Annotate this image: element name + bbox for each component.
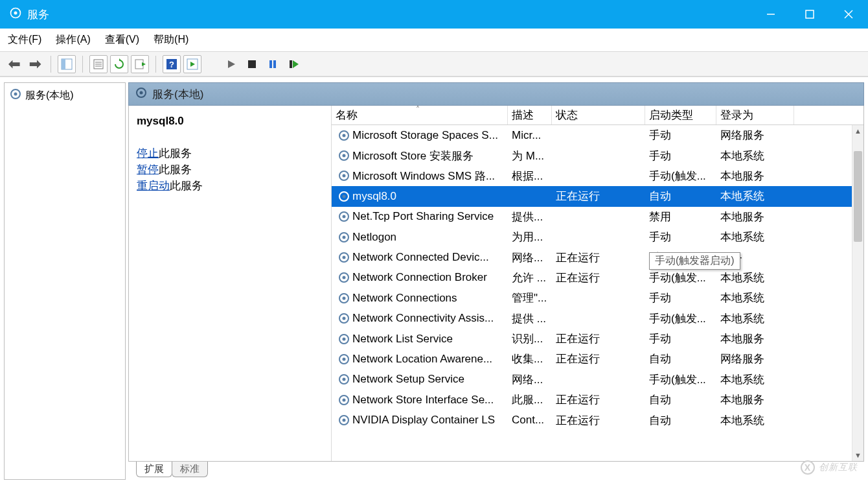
service-row[interactable]: Network Setup Service网络...手动(触发...本地系统 (332, 370, 852, 390)
service-row[interactable]: Network Connection Broker允许 ...正在运行手动(触发… (332, 268, 852, 288)
service-desc: Micr... (508, 129, 552, 142)
content-area: 服务(本地) 服务(本地) mysql8.0 停止此服务 暂停此服务 重启动此服… (0, 77, 868, 485)
stop-link[interactable]: 停止 (137, 147, 159, 160)
service-desc: 提供 ... (508, 311, 552, 326)
minimize-button[interactable] (751, 0, 790, 29)
gear-icon (336, 211, 350, 222)
service-row[interactable]: Network Connections管理"...手动本地系统 (332, 288, 852, 308)
service-desc: 网络... (508, 372, 552, 387)
restart-service-button[interactable] (284, 55, 303, 73)
svg-rect-7 (62, 59, 65, 69)
tree-node-label: 服务(本地) (25, 89, 74, 102)
scroll-thumb[interactable] (854, 151, 862, 242)
tab-extended[interactable]: 扩展 (136, 462, 172, 477)
service-name: Network Connection Broker (352, 271, 487, 284)
menu-action[interactable]: 操作(A) (56, 33, 90, 47)
watermark-text: 创新互联 (819, 462, 858, 473)
service-logon: 本地系统 (716, 270, 794, 285)
show-hide-tree-button[interactable] (58, 55, 76, 73)
back-button[interactable]: ⬅ (5, 55, 23, 73)
service-row[interactable]: NVIDIA Display Container LSCont...正在运行自动… (332, 410, 852, 430)
service-name: Network Connected Devic... (352, 251, 489, 264)
service-row[interactable]: Microsoft Store 安装服务为 M...手动本地系统 (332, 145, 852, 165)
restart-suffix: 此服务 (170, 180, 203, 192)
refresh-button[interactable] (110, 55, 128, 73)
pause-suffix: 此服务 (159, 163, 192, 176)
scroll-down-icon[interactable]: ▼ (852, 449, 863, 461)
service-row[interactable]: Net.Tcp Port Sharing Service提供...禁用本地服务 (332, 207, 852, 227)
service-desc: 管理"... (508, 290, 552, 305)
vertical-scrollbar[interactable]: ▲ ▼ (852, 125, 863, 461)
forward-button[interactable]: ➡ (26, 55, 44, 73)
restart-link[interactable]: 重启动 (137, 180, 170, 192)
service-desc: 网络... (508, 250, 552, 265)
col-header-desc[interactable]: 描述 (508, 106, 552, 124)
tab-standard[interactable]: 标准 (172, 462, 208, 477)
service-row[interactable]: Network Location Awarene...收集...正在运行自动网络… (332, 349, 852, 369)
pause-service-button[interactable] (264, 55, 282, 73)
service-logon: 本地服务 (716, 169, 794, 183)
stop-service-button[interactable] (243, 55, 261, 73)
service-startup: 手动 (645, 148, 716, 163)
svg-rect-21 (269, 60, 272, 68)
svg-point-58 (343, 419, 346, 422)
close-button[interactable] (829, 0, 868, 29)
export-list-button[interactable] (131, 55, 149, 73)
service-logon: 本地服务 (716, 392, 794, 407)
svg-point-42 (343, 256, 346, 259)
svg-rect-23 (290, 60, 292, 68)
services-list[interactable]: ˄ 名称 描述 状态 启动类型 登录为 Microsoft Storage Sp… (331, 106, 863, 461)
service-row[interactable]: Network List Service识别...正在运行手动本地服务 (332, 329, 852, 349)
detail-pane-header-text: 服务(本地) (152, 87, 203, 102)
col-header-name[interactable]: 名称 (332, 106, 508, 124)
service-desc: Cont... (508, 414, 552, 427)
service-desc: 为 M... (508, 148, 552, 163)
properties-button[interactable] (89, 55, 108, 73)
menu-help[interactable]: 帮助(H) (154, 33, 188, 47)
service-logon: 网络服务 (716, 351, 794, 366)
service-row[interactable]: Network Store Interface Se...此服...正在运行自动… (332, 390, 852, 410)
service-row[interactable]: Network Connectivity Assis...提供 ...手动(触发… (332, 309, 852, 329)
service-row[interactable]: Netlogon为用...手动本地系统 (332, 227, 852, 247)
service-name: Network Store Interface Se... (352, 394, 494, 407)
gear-icon (336, 313, 350, 324)
menu-view[interactable]: 查看(V) (105, 33, 139, 47)
maximize-button[interactable] (790, 0, 829, 29)
list-header[interactable]: ˄ 名称 描述 状态 启动类型 登录为 (332, 106, 863, 125)
show-action-pane-button[interactable] (183, 55, 201, 73)
selected-service-name: mysql8.0 (137, 115, 323, 128)
svg-point-44 (343, 276, 346, 279)
service-name: mysql8.0 (352, 190, 396, 203)
svg-marker-24 (293, 60, 299, 68)
svg-point-38 (343, 215, 346, 219)
stop-suffix: 此服务 (159, 147, 192, 160)
pause-link[interactable]: 暂停 (137, 163, 159, 176)
watermark: X 创新互联 (801, 460, 858, 475)
col-header-logon[interactable]: 登录为 (716, 106, 794, 124)
help-button[interactable]: ? (163, 55, 181, 73)
gear-icon (336, 333, 350, 345)
separator (155, 56, 156, 73)
window-title: 服务 (27, 7, 49, 22)
menu-file[interactable]: 文件(F) (8, 33, 41, 47)
console-tree[interactable]: 服务(本地) (4, 82, 126, 480)
svg-point-32 (343, 154, 346, 158)
service-logon: 本地服务 (716, 209, 794, 224)
col-header-status[interactable]: 状态 (552, 106, 645, 124)
service-status: 正在运行 (552, 331, 645, 346)
scroll-up-icon[interactable]: ▲ (852, 125, 863, 137)
gear-icon (336, 373, 350, 385)
service-row[interactable]: mysql8.0正在运行自动本地系统 (332, 186, 852, 206)
start-service-button[interactable] (222, 55, 240, 73)
detail-pane-header: 服务(本地) (128, 82, 864, 106)
service-name: Network Connections (352, 292, 457, 305)
col-header-startup[interactable]: 启动类型 (645, 106, 716, 124)
gear-icon (9, 6, 22, 23)
tree-node-services-local[interactable]: 服务(本地) (10, 88, 120, 102)
svg-point-30 (343, 134, 346, 137)
service-row[interactable]: Microsoft Windows SMS 路...根据...手动(触发...本… (332, 166, 852, 186)
service-row[interactable]: Microsoft Storage Spaces S...Micr...手动网络… (332, 125, 852, 145)
service-name: Microsoft Store 安装服务 (352, 148, 474, 163)
svg-point-26 (14, 93, 17, 96)
service-row[interactable]: Network Connected Devic...网络...正在运行手动(触发… (332, 247, 852, 267)
